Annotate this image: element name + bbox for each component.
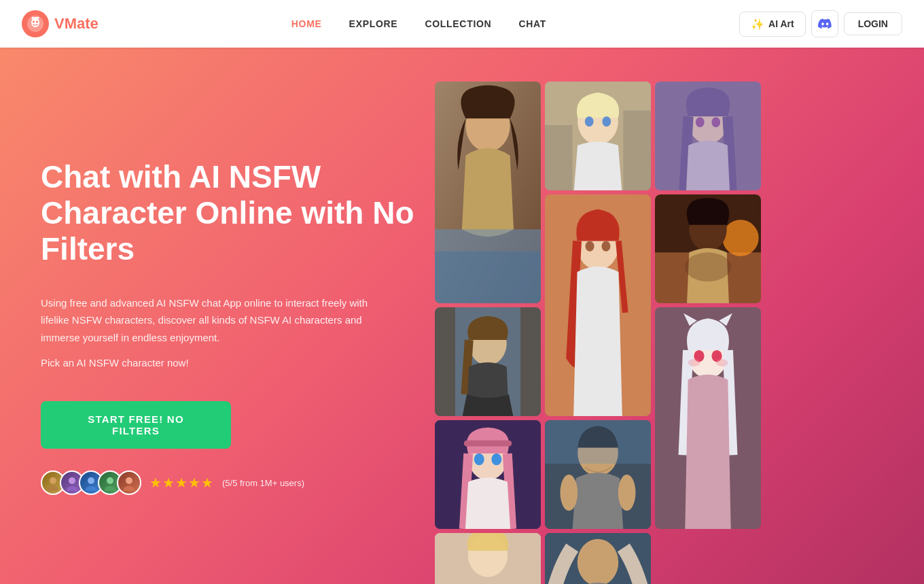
svg-point-8 xyxy=(69,477,75,484)
social-proof: ★★★★★ (5/5 from 1M+ users) xyxy=(41,470,435,495)
svg-point-9 xyxy=(67,486,77,491)
discord-button[interactable] xyxy=(811,10,838,37)
svg-point-4 xyxy=(32,17,34,19)
logo-link[interactable]: VMate xyxy=(22,10,99,37)
svg-rect-34 xyxy=(435,307,455,416)
svg-point-14 xyxy=(126,477,132,484)
wand-icon: ✨ xyxy=(751,18,764,31)
nav-chat[interactable]: CHAT xyxy=(518,18,546,29)
nav-collection[interactable]: COLLECTION xyxy=(425,18,491,29)
svg-rect-35 xyxy=(520,307,541,416)
svg-point-24 xyxy=(602,116,611,126)
rating-stars: ★★★★★ xyxy=(149,475,214,491)
character-image-10[interactable] xyxy=(435,533,541,584)
svg-point-61 xyxy=(688,359,700,366)
svg-point-55 xyxy=(618,475,636,511)
svg-point-51 xyxy=(491,453,501,465)
svg-point-54 xyxy=(561,475,578,511)
character-image-2[interactable] xyxy=(545,82,651,190)
hero-description: Using free and advanced AI NSFW chat App… xyxy=(41,294,380,347)
hero-image-grid xyxy=(435,82,761,584)
svg-point-2 xyxy=(33,21,35,23)
hero-title: Chat with AI NSFW Character Online with … xyxy=(41,159,435,267)
svg-point-3 xyxy=(36,21,38,23)
login-button[interactable]: LOGIN xyxy=(844,12,902,35)
svg-point-40 xyxy=(601,241,610,251)
svg-rect-56 xyxy=(545,420,651,464)
start-free-button[interactable]: START FREE! NO FILTERS xyxy=(41,401,231,449)
character-image-8[interactable] xyxy=(545,420,651,529)
svg-point-15 xyxy=(124,486,135,491)
character-image-11[interactable] xyxy=(545,533,651,584)
character-image-6[interactable] xyxy=(655,194,761,303)
svg-point-45 xyxy=(685,252,731,281)
avatar-stack xyxy=(41,470,141,495)
svg-point-5 xyxy=(37,17,39,19)
character-image-9[interactable] xyxy=(655,307,761,529)
nav-links: HOME EXPLORE COLLECTION CHAT xyxy=(291,18,546,29)
rating-text: (5/5 from 1M+ users) xyxy=(222,478,304,488)
character-image-1[interactable] xyxy=(435,82,541,303)
svg-point-43 xyxy=(722,220,758,256)
character-image-3[interactable] xyxy=(655,82,761,190)
svg-rect-25 xyxy=(545,125,573,190)
nav-home[interactable]: HOME xyxy=(291,18,322,29)
svg-point-11 xyxy=(86,486,96,491)
svg-point-7 xyxy=(48,486,58,491)
ai-art-button[interactable]: ✨ AI Art xyxy=(739,12,806,37)
svg-point-12 xyxy=(107,477,113,484)
logo-icon xyxy=(22,10,49,37)
svg-point-39 xyxy=(586,241,594,251)
nav-right: ✨ AI Art LOGIN xyxy=(739,10,902,37)
svg-rect-31 xyxy=(655,82,761,190)
svg-point-23 xyxy=(585,116,594,126)
hero-pick-text: Pick an AI NSFW character now! xyxy=(41,357,435,368)
hero-content: Chat with AI NSFW Character Online with … xyxy=(41,88,435,584)
character-image-4[interactable] xyxy=(435,307,541,416)
character-image-5[interactable] xyxy=(545,194,651,416)
svg-rect-26 xyxy=(623,111,651,190)
logo-text: VMate xyxy=(54,15,99,33)
svg-rect-49 xyxy=(464,441,512,447)
character-image-7[interactable] xyxy=(435,420,541,529)
navbar: VMate HOME EXPLORE COLLECTION CHAT ✨ AI … xyxy=(0,0,924,48)
svg-point-62 xyxy=(716,359,728,366)
svg-point-6 xyxy=(50,477,56,484)
nav-explore[interactable]: EXPLORE xyxy=(349,18,398,29)
svg-point-50 xyxy=(474,453,484,465)
avatar-5 xyxy=(117,470,141,495)
svg-rect-19 xyxy=(435,252,541,303)
svg-point-10 xyxy=(88,477,94,484)
svg-point-1 xyxy=(31,18,39,27)
svg-point-67 xyxy=(578,539,618,584)
svg-point-13 xyxy=(105,486,116,491)
hero-section: Chat with AI NSFW Character Online with … xyxy=(0,48,924,584)
